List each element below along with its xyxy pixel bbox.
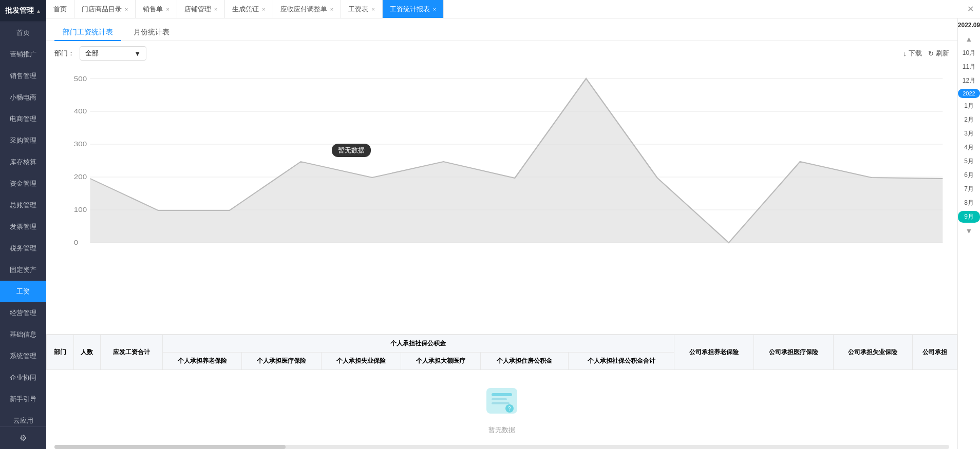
- main-panel: 部门工资统计表月份统计表 部门： 全部 ▼ ↓ 下载 ↻: [46, 18, 957, 449]
- tab-close-icon[interactable]: ×: [433, 6, 436, 12]
- th-personal-medical: 个人承担医疗保险: [242, 353, 322, 370]
- tab-首页[interactable]: 首页: [46, 0, 74, 18]
- sidebar-item-电商管理[interactable]: 电商管理: [0, 108, 46, 130]
- svg-text:0: 0: [74, 239, 79, 246]
- sidebar-item-基础信息[interactable]: 基础信息: [0, 324, 46, 345]
- dept-select-value: 全部: [85, 49, 99, 58]
- dept-label: 部门：: [54, 49, 74, 58]
- time-panel-up-arrow[interactable]: ▲: [958, 32, 980, 46]
- dept-select[interactable]: 全部 ▼: [80, 46, 146, 61]
- th-salary: 应发工资合计: [101, 335, 163, 370]
- main-area: 首页门店商品目录×销售单×店铺管理×生成凭证×应收应付调整单×工资表×工资统计报…: [46, 0, 980, 449]
- sidebar-item-固定资产[interactable]: 固定资产: [0, 259, 46, 281]
- data-table: 部门 人数 应发工资合计 个人承担社保公积金 公司承担养老保险 公司承担医疗保险…: [46, 335, 957, 370]
- th-company-medical: 公司承担医疗保险: [753, 335, 833, 370]
- svg-text:500: 500: [74, 75, 87, 82]
- tab-店铺管理[interactable]: 店铺管理×: [177, 0, 225, 18]
- tab-生成凭证[interactable]: 生成凭证×: [225, 0, 273, 18]
- chart-tooltip: 暂无数据: [332, 144, 371, 157]
- th-personal-total: 个人承担社保公积金合计: [569, 353, 674, 370]
- th-company-other: 公司承担: [913, 335, 957, 370]
- sidebar-item-新手引导[interactable]: 新手引导: [0, 388, 46, 410]
- tab-close-icon[interactable]: ×: [330, 6, 333, 12]
- sidebar-arrow: ▲: [36, 8, 41, 14]
- sidebar-item-采购管理[interactable]: 采购管理: [0, 130, 46, 151]
- time-panel-item-2月[interactable]: 2月: [958, 113, 980, 127]
- time-panel-item-6月[interactable]: 6月: [958, 168, 980, 182]
- horizontal-scrollbar[interactable]: [54, 445, 949, 449]
- time-panel-item-3月[interactable]: 3月: [958, 127, 980, 141]
- sidebar-item-小畅电商[interactable]: 小畅电商: [0, 87, 46, 108]
- sidebar-nav: 首页营销推广销售管理小畅电商电商管理采购管理库存核算资金管理总账管理发票管理税务…: [0, 22, 46, 426]
- tab-应收应付调整单[interactable]: 应收应付调整单×: [273, 0, 341, 18]
- svg-rect-14: [492, 393, 512, 396]
- sidebar-header[interactable]: 批发管理 ▲: [0, 0, 46, 22]
- chart-tooltip-text: 暂无数据: [338, 146, 365, 154]
- sidebar-item-资金管理[interactable]: 资金管理: [0, 173, 46, 194]
- time-panel-item-10月[interactable]: 10月: [958, 46, 980, 60]
- tab-label: 生成凭证: [232, 5, 259, 14]
- time-panel-item-4月[interactable]: 4月: [958, 141, 980, 154]
- time-panel-item-5月[interactable]: 5月: [958, 154, 980, 168]
- time-panel-item-7月[interactable]: 7月: [958, 182, 980, 196]
- toolbar-left: 部门： 全部 ▼: [54, 46, 146, 61]
- tab-label: 工资表: [348, 5, 368, 14]
- th-dept: 部门: [47, 335, 74, 370]
- th-company-unemploy: 公司承担失业保险: [833, 335, 913, 370]
- sidebar-item-工资[interactable]: 工资: [0, 281, 46, 302]
- tab-工资统计报表[interactable]: 工资统计报表×: [383, 0, 444, 18]
- time-panel-down-arrow[interactable]: ▼: [958, 224, 980, 238]
- sidebar-item-税务管理[interactable]: 税务管理: [0, 238, 46, 259]
- time-panel-item-1月[interactable]: 1月: [958, 99, 980, 113]
- time-panel-item-11月[interactable]: 11月: [958, 60, 980, 74]
- refresh-button[interactable]: ↻ 刷新: [928, 49, 949, 58]
- refresh-icon: ↻: [928, 50, 934, 57]
- sidebar: 批发管理 ▲ 首页营销推广销售管理小畅电商电商管理采购管理库存核算资金管理总账管…: [0, 0, 46, 449]
- th-people: 人数: [73, 335, 101, 370]
- chart-area: 500 400 300 200 100 0: [46, 66, 957, 334]
- tab-门店商品目录[interactable]: 门店商品目录×: [74, 0, 136, 18]
- tab-close-icon[interactable]: ×: [214, 6, 217, 12]
- tab-label: 门店商品目录: [82, 5, 122, 14]
- tab-bar: 首页门店商品目录×销售单×店铺管理×生成凭证×应收应付调整单×工资表×工资统计报…: [46, 0, 980, 18]
- tab-close-icon[interactable]: ×: [262, 6, 265, 12]
- sidebar-item-云应用[interactable]: 云应用: [0, 410, 46, 426]
- svg-text:?: ?: [508, 406, 511, 412]
- tab-close-icon[interactable]: ×: [371, 6, 374, 12]
- svg-rect-16: [492, 402, 510, 404]
- tab-销售单[interactable]: 销售单×: [136, 0, 177, 18]
- sidebar-item-营销推广[interactable]: 营销推广: [0, 44, 46, 65]
- sub-tab-部门工资统计表[interactable]: 部门工资统计表: [54, 25, 121, 41]
- tab-label: 首页: [53, 5, 67, 14]
- sidebar-title: 批发管理: [5, 6, 34, 15]
- settings-button[interactable]: ⚙: [0, 426, 46, 449]
- time-panel-item-8月[interactable]: 8月: [958, 196, 980, 210]
- sidebar-item-库存核算[interactable]: 库存核算: [0, 151, 46, 173]
- tab-close-icon[interactable]: ×: [166, 6, 169, 12]
- sidebar-item-发票管理[interactable]: 发票管理: [0, 216, 46, 238]
- download-icon: ↓: [903, 50, 907, 57]
- refresh-label: 刷新: [936, 49, 949, 58]
- chart-wrapper: 500 400 300 200 100 0: [54, 66, 949, 261]
- close-all-tabs-button[interactable]: ✕: [961, 4, 980, 14]
- time-panel: 2022.09 ▲ 10月11月12月20221月2月3月4月5月6月7月8月9…: [957, 18, 980, 449]
- time-panel-item-9月[interactable]: 9月: [958, 211, 980, 223]
- sub-tab-月份统计表[interactable]: 月份统计表: [125, 25, 178, 41]
- sidebar-item-系统管理[interactable]: 系统管理: [0, 345, 46, 367]
- sidebar-item-销售管理[interactable]: 销售管理: [0, 65, 46, 87]
- download-label: 下载: [909, 49, 922, 58]
- time-panel-item-12月[interactable]: 12月: [958, 74, 980, 88]
- scrollbar-thumb[interactable]: [54, 445, 286, 449]
- tab-工资表[interactable]: 工资表×: [341, 0, 382, 18]
- toolbar-right: ↓ 下载 ↻ 刷新: [903, 49, 950, 58]
- sidebar-item-总账管理[interactable]: 总账管理: [0, 194, 46, 216]
- sidebar-item-首页[interactable]: 首页: [0, 22, 46, 44]
- svg-rect-15: [492, 398, 507, 400]
- tab-close-icon[interactable]: ×: [125, 6, 128, 12]
- th-personal-major-medical: 个人承担大额医疗: [401, 353, 480, 370]
- download-button[interactable]: ↓ 下载: [903, 49, 922, 58]
- sidebar-item-企业协同[interactable]: 企业协同: [0, 367, 46, 388]
- sidebar-item-经营管理[interactable]: 经营管理: [0, 302, 46, 324]
- time-panel-item-2022[interactable]: 2022: [958, 89, 980, 98]
- th-company-pension: 公司承担养老保险: [674, 335, 754, 370]
